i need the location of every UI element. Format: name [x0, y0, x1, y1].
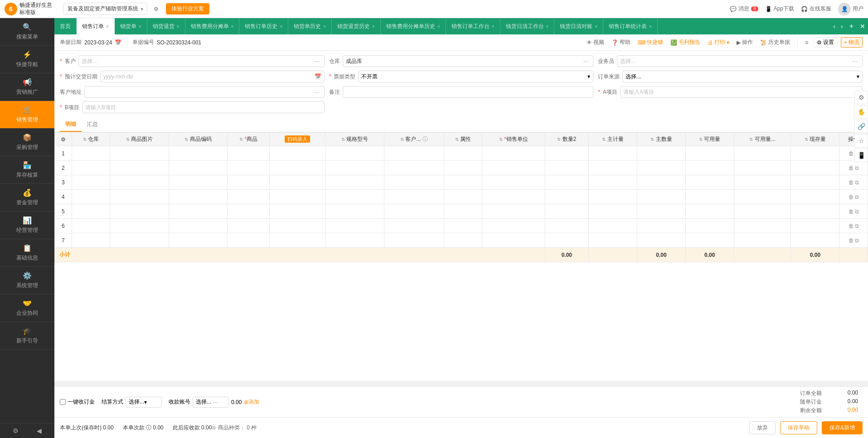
row-delete-7[interactable]: 🗑 [849, 237, 854, 244]
row-warehouse-4[interactable] [72, 190, 110, 204]
row-copy-4[interactable]: ⧉ [855, 194, 859, 200]
one-click-checkbox-label[interactable]: 一键收订金 [60, 398, 95, 406]
row-available-5[interactable] [685, 204, 734, 219]
row-product-image-1[interactable] [110, 146, 169, 161]
address-input[interactable]: ··· [84, 86, 325, 98]
industry-button[interactable]: 体验行业方案 [166, 3, 209, 14]
row-main-qty-3[interactable] [637, 175, 686, 190]
tab-prev-btn[interactable]: ‹ [830, 23, 838, 30]
row-delete-6[interactable]: 🗑 [849, 223, 854, 229]
delivery-date-input[interactable]: yyyy-mm-dd 📅 [100, 71, 325, 82]
sidebar-item-operations[interactable]: 📊 经营管理 [0, 212, 54, 239]
row-copy-6[interactable]: ⧉ [855, 223, 859, 229]
tab-close-sales-fee-history[interactable]: × [437, 24, 440, 29]
row-current-1[interactable] [791, 146, 839, 161]
row-spec-1[interactable] [325, 146, 384, 161]
online-service-btn[interactable]: 🎧 在线客服 [801, 5, 831, 13]
row-available-1[interactable] [685, 146, 734, 161]
row-customer-code-1[interactable] [384, 146, 444, 161]
row-available-more-5[interactable] [734, 204, 791, 219]
row-delete-5[interactable]: 🗑 [849, 208, 854, 215]
row-product-image-3[interactable] [110, 175, 169, 190]
row-product-name-4[interactable] [228, 190, 270, 204]
row-available-7[interactable] [685, 233, 734, 248]
row-sales-unit-6[interactable] [482, 219, 545, 233]
row-spec-3[interactable] [325, 175, 384, 190]
scan-btn[interactable]: 扫码录入 [285, 135, 310, 143]
row-current-2[interactable] [791, 161, 839, 175]
row-available-more-2[interactable] [734, 161, 791, 175]
row-product-code-5[interactable] [169, 204, 228, 219]
view-toggle-icon[interactable]: ≡ [803, 39, 810, 47]
row-current-7[interactable] [791, 233, 839, 248]
row-scan-5[interactable] [270, 204, 325, 219]
row-product-name-6[interactable] [228, 219, 270, 233]
row-delete-3[interactable]: 🗑 [849, 179, 854, 186]
horizontal-scrollbar[interactable] [54, 381, 868, 386]
sidebar-item-sales[interactable]: 🛒 销售管理 [0, 101, 54, 129]
row-scan-7[interactable] [270, 233, 325, 248]
row-current-6[interactable] [791, 219, 839, 233]
row-main-qty-4[interactable] [637, 190, 686, 204]
payment-method-select[interactable]: 选择... ▾ [126, 397, 162, 408]
row-product-image-7[interactable] [110, 233, 169, 248]
address-more-icon[interactable]: ··· [312, 88, 321, 96]
sidebar-item-inventory[interactable]: 🏪 库存核算 [0, 156, 54, 184]
row-copy-3[interactable]: ⧉ [855, 179, 859, 186]
row-attribute-2[interactable] [444, 161, 482, 175]
col-settings[interactable]: ⚙ [55, 133, 72, 146]
row-product-code-7[interactable] [169, 233, 228, 248]
sidebar-item-enterprise[interactable]: 🤝 企业协同 [0, 294, 54, 322]
tab-close-cash-clear-account[interactable]: × [595, 24, 597, 29]
row-main-qty-5[interactable] [637, 204, 686, 219]
row-available-6[interactable] [685, 219, 734, 233]
row-copy-5[interactable]: ⧉ [855, 208, 859, 215]
row-product-name-3[interactable] [228, 175, 270, 190]
save-draft-button[interactable]: 保存草稿 [780, 421, 817, 434]
quick-star-btn[interactable]: ☆ [854, 134, 868, 148]
account-more-icon[interactable]: ··· [211, 399, 220, 406]
row-sales-unit-3[interactable] [482, 175, 545, 190]
add-btn[interactable]: ⊕ 添加 [244, 398, 259, 406]
row-warehouse-3[interactable] [72, 175, 110, 190]
tab-sales-fee[interactable]: 销售费用分摊单× [185, 18, 240, 34]
row-main-qty-1[interactable] [637, 146, 686, 161]
row-product-name-5[interactable] [228, 204, 270, 219]
row-attribute-6[interactable] [444, 219, 482, 233]
tab-sales-refund[interactable]: 销货退货× [147, 18, 185, 34]
row-main-unit-7[interactable] [589, 233, 637, 248]
tab-close-sales-return[interactable]: × [139, 24, 141, 29]
row-main-unit-6[interactable] [589, 219, 637, 233]
quick-hand-btn[interactable]: ✋ [854, 105, 868, 119]
row-main-unit-5[interactable] [589, 204, 637, 219]
delivery-date-calendar-icon[interactable]: 📅 [315, 73, 321, 80]
row-product-image-4[interactable] [110, 190, 169, 204]
row-spec-7[interactable] [325, 233, 384, 248]
salesperson-more-icon[interactable]: ··· [850, 58, 859, 65]
view-btn[interactable]: 👁 视频 [585, 38, 606, 47]
warehouse-more-icon[interactable]: ··· [582, 58, 591, 65]
row-qty2-6[interactable] [545, 219, 589, 233]
tab-next-btn[interactable]: › [838, 23, 846, 30]
row-main-qty-2[interactable] [637, 161, 686, 175]
tab-sales-refund-history[interactable]: 销货退货历史× [332, 18, 381, 34]
row-scan-6[interactable] [270, 219, 325, 233]
row-qty2-4[interactable] [545, 190, 589, 204]
shortcut-btn[interactable]: ⌨ 快捷键 [636, 38, 665, 47]
row-product-name-7[interactable] [228, 233, 270, 248]
sidebar-item-system[interactable]: ⚙️ 系统管理 [0, 267, 54, 294]
sidebar-item-finance[interactable]: 💰 资金管理 [0, 184, 54, 212]
row-qty2-7[interactable] [545, 233, 589, 248]
row-qty2-2[interactable] [545, 161, 589, 175]
tab-close-sales-refund-history[interactable]: × [372, 24, 375, 29]
settings-icon[interactable]: ⚙ [150, 3, 162, 15]
row-spec-5[interactable] [325, 204, 384, 219]
tab-sales-order[interactable]: 销售订单× [77, 18, 115, 34]
row-sales-unit-5[interactable] [482, 204, 545, 219]
row-scan-1[interactable] [270, 146, 325, 161]
order-source-input[interactable]: 选择... ▾ [622, 71, 863, 82]
row-product-image-2[interactable] [110, 161, 169, 175]
row-warehouse-1[interactable] [72, 146, 110, 161]
tab-summary[interactable]: 汇总 [82, 118, 103, 132]
operation-btn[interactable]: ▶ 操作 [735, 38, 755, 47]
